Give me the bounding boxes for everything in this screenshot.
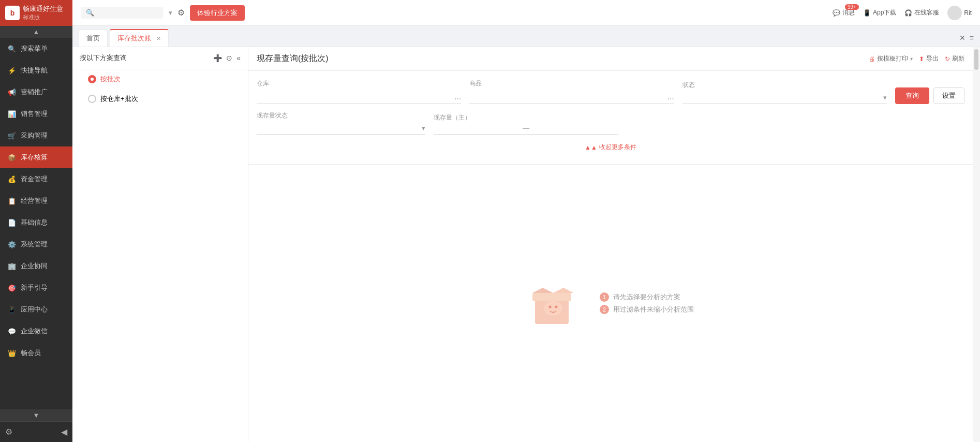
plan-settings-button[interactable]: ⊙ bbox=[226, 54, 232, 62]
right-scrollbar[interactable] bbox=[973, 47, 980, 442]
enterprise-icon: 🏢 bbox=[7, 261, 17, 271]
sidebar-item-system[interactable]: ⚙️ 系统管理 bbox=[0, 233, 72, 255]
query-button[interactable]: 查询 bbox=[895, 87, 929, 104]
export-button[interactable]: ⬆ 导出 bbox=[919, 54, 939, 63]
sidebar-header: b 畅康通好生意 标准版 bbox=[0, 0, 72, 26]
more-page-icon[interactable]: ≡ bbox=[970, 34, 974, 42]
content-area: 按以下方案查询 ➕ ⊙ « 按批次 按仓库+批次 现存量查询(按批次) bbox=[72, 47, 980, 442]
topbar-chevron-icon[interactable]: ▾ bbox=[169, 9, 172, 17]
online-service-button[interactable]: 🎧 在线客服 bbox=[904, 8, 939, 17]
print-chevron-icon[interactable]: ▾ bbox=[910, 56, 913, 62]
sidebar-item-appcenter[interactable]: 📱 应用中心 bbox=[0, 299, 72, 320]
warehouse-more-icon[interactable]: ... bbox=[454, 92, 461, 101]
export-icon: ⬆ bbox=[919, 55, 924, 63]
sidebar-item-basic[interactable]: 📄 基础信息 bbox=[0, 212, 72, 233]
sidebar-item-enterprise[interactable]: 🏢 企业协同 bbox=[0, 255, 72, 277]
status-select[interactable]: 全部 正常 停用 bbox=[682, 94, 883, 101]
user-menu[interactable]: Rit bbox=[947, 6, 972, 20]
sidebar-item-purchase[interactable]: 🛒 采购管理 bbox=[0, 125, 72, 146]
collapse-panel-button[interactable]: « bbox=[236, 54, 241, 62]
plan-item-by-batch[interactable]: 按批次 bbox=[72, 69, 248, 89]
plan-dot-active bbox=[88, 75, 96, 83]
sidebar-item-shortcut[interactable]: ⚡ 快捷导航 bbox=[0, 60, 72, 81]
tab-batch-ledger[interactable]: 库存批次账 ✕ bbox=[110, 29, 169, 47]
sales-icon: 📊 bbox=[7, 109, 17, 119]
company-name: 畅康通好生意 bbox=[23, 5, 63, 13]
qty-range-dash: — bbox=[523, 124, 529, 132]
sidebar-nav: 🔍 搜索菜单 ⚡ 快捷导航 📢 营销推广 📊 销售管理 🛒 采购管理 📦 库存核… bbox=[0, 38, 72, 409]
collapse-sidebar-button[interactable]: ◀ bbox=[61, 427, 67, 437]
inventory-qty-to-input[interactable] bbox=[531, 124, 618, 132]
headset-icon: 🎧 bbox=[904, 9, 912, 17]
sidebar-item-search[interactable]: 🔍 搜索菜单 bbox=[0, 38, 72, 60]
page-header-actions: 🖨 按模板打印 ▾ ⬆ 导出 ↻ 刷新 bbox=[869, 54, 964, 63]
product-more-icon[interactable]: ... bbox=[667, 92, 674, 101]
edition-label: 标准版 bbox=[23, 13, 63, 21]
inventory-qty-from-input[interactable] bbox=[434, 124, 521, 132]
trial-button[interactable]: 体验行业方案 bbox=[190, 5, 245, 21]
app-download-button[interactable]: 📱 App下载 bbox=[863, 8, 896, 17]
warehouse-input-wrap: ... bbox=[257, 90, 461, 104]
sidebar-item-vip[interactable]: 👑 畅会员 bbox=[0, 342, 72, 364]
svg-point-4 bbox=[555, 306, 558, 308]
newguide-icon: 🎯 bbox=[7, 283, 17, 292]
svg-point-3 bbox=[549, 306, 552, 308]
inventory-status-select[interactable]: 全部 有库存 无库存 bbox=[257, 124, 422, 132]
collapse-up-icon: ▲▲ bbox=[585, 144, 597, 151]
message-button[interactable]: 💬 消息 99+ bbox=[833, 8, 855, 17]
warehouse-input[interactable] bbox=[257, 93, 454, 101]
close-page-icon[interactable]: ✕ bbox=[959, 34, 966, 42]
sidebar-item-inventory[interactable]: 📦 库存核算 bbox=[0, 146, 72, 168]
tab-home[interactable]: 首页 bbox=[79, 30, 108, 47]
tab-close-icon[interactable]: ✕ bbox=[156, 35, 161, 41]
status-field: 状态 全部 正常 停用 ▾ bbox=[682, 81, 887, 104]
tabs-bar: 首页 库存批次账 ✕ ✕ ≡ bbox=[72, 26, 980, 47]
sidebar-item-newguide[interactable]: 🎯 新手引导 bbox=[0, 277, 72, 299]
inventory-qty-label: 现存量（主） bbox=[434, 113, 618, 122]
plan-item-by-warehouse-batch[interactable]: 按仓库+批次 bbox=[72, 89, 248, 109]
plan-dot-inactive bbox=[88, 95, 96, 103]
warehouse-field: 仓库 ... bbox=[257, 79, 461, 104]
hint-1-num: 1 bbox=[600, 292, 609, 302]
collapse-more-button[interactable]: ▲▲ 收起更多条件 bbox=[257, 139, 964, 156]
sidebar-item-operations[interactable]: 📋 经营管理 bbox=[0, 190, 72, 212]
add-plan-button[interactable]: ➕ bbox=[213, 54, 222, 62]
topbar: 🔍 ▾ ⚙ 体验行业方案 💬 消息 99+ 📱 App下载 🎧 在线客服 Rit bbox=[72, 0, 980, 26]
left-panel-header: 按以下方案查询 ➕ ⊙ « bbox=[72, 47, 248, 69]
print-icon: 🖨 bbox=[869, 55, 875, 63]
inventory-status-select-wrap: 全部 有库存 无库存 ▾ bbox=[257, 122, 425, 135]
app-logo: b bbox=[5, 6, 20, 20]
sidebar-item-corpwx[interactable]: 💬 企业微信 bbox=[0, 320, 72, 342]
topbar-search-input[interactable] bbox=[97, 9, 149, 17]
main-area: 🔍 ▾ ⚙ 体验行业方案 💬 消息 99+ 📱 App下载 🎧 在线客服 Rit bbox=[72, 0, 980, 442]
page-header: 现存量查询(按批次) 🖨 按模板打印 ▾ ⬆ 导出 ↻ 刷新 bbox=[248, 47, 973, 71]
sidebar-item-marketing[interactable]: 📢 营销推广 bbox=[0, 81, 72, 103]
inventory-icon: 📦 bbox=[7, 153, 17, 162]
sidebar-item-finance[interactable]: 💰 资金管理 bbox=[0, 168, 72, 190]
page-title: 现存量查询(按批次) bbox=[257, 53, 329, 64]
settings-button[interactable]: 设置 bbox=[933, 87, 964, 104]
warehouse-label: 仓库 bbox=[257, 79, 461, 88]
shortcut-icon: ⚡ bbox=[7, 66, 17, 75]
topbar-settings-icon[interactable]: ⚙ bbox=[177, 8, 185, 18]
filter-area: 仓库 ... 商品 ... bbox=[248, 71, 973, 165]
product-input[interactable] bbox=[469, 93, 667, 101]
svg-point-2 bbox=[544, 301, 562, 316]
sidebar-item-sales[interactable]: 📊 销售管理 bbox=[0, 103, 72, 125]
search-nav-icon: 🔍 bbox=[7, 44, 17, 53]
basic-icon: 📄 bbox=[7, 218, 17, 227]
left-panel: 按以下方案查询 ➕ ⊙ « 按批次 按仓库+批次 bbox=[72, 47, 248, 442]
filter-section: 仓库 ... 商品 ... bbox=[248, 71, 973, 165]
settings-footer-button[interactable]: ⚙ bbox=[5, 427, 12, 437]
inventory-status-label: 现存量状态 bbox=[257, 111, 425, 120]
hint-2: 2 用过滤条件来缩小分析范围 bbox=[600, 305, 694, 314]
product-label: 商品 bbox=[469, 79, 674, 88]
topbar-search-box[interactable]: 🔍 bbox=[81, 7, 164, 19]
print-button[interactable]: 🖨 按模板打印 ▾ bbox=[869, 54, 913, 63]
sidebar-scroll-up[interactable]: ▲ bbox=[0, 26, 72, 38]
sidebar-scroll-down[interactable]: ▼ bbox=[0, 409, 72, 421]
action-buttons: 查询 设置 bbox=[895, 87, 964, 104]
hint-2-num: 2 bbox=[600, 305, 609, 314]
inventory-status-chevron-icon: ▾ bbox=[422, 124, 425, 132]
refresh-button[interactable]: ↻ 刷新 bbox=[945, 54, 964, 63]
